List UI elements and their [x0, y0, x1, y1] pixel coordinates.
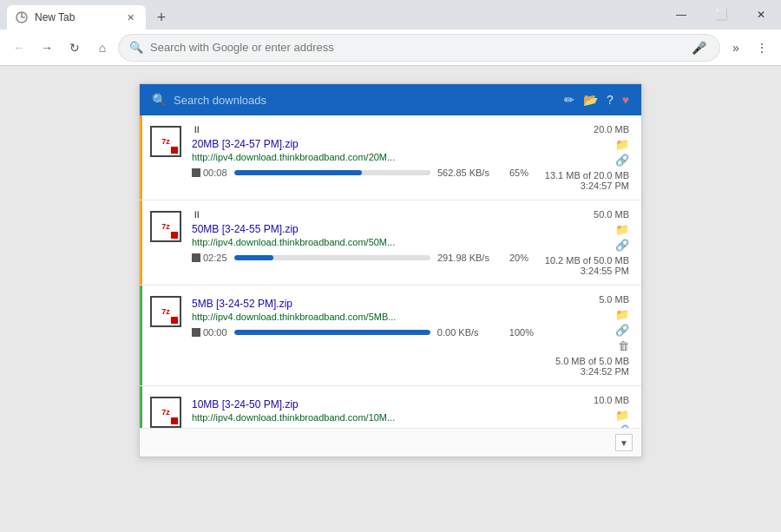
download-item: 7z 10MB [3-24-50 PM].zip http://ipv4.dow…: [140, 386, 641, 428]
progress-bar-fill: [234, 170, 362, 175]
content-area: 🔍 ✏ 📂 ? ♥ 7z ⏸: [0, 66, 781, 532]
download-filesize: 10.0 MB: [594, 395, 629, 405]
tab-area: New Tab ✕ +: [0, 0, 174, 30]
address-bar[interactable]: 🔍 🎤: [118, 34, 720, 62]
download-status-accent: [140, 386, 142, 428]
open-folder-button[interactable]: 📁: [615, 308, 629, 321]
delete-button[interactable]: 🗑: [615, 339, 629, 352]
download-percent: 20%: [509, 253, 534, 263]
address-input[interactable]: [150, 41, 681, 54]
download-actions: 📁 🔗: [615, 138, 629, 167]
mic-button[interactable]: 🎤: [688, 37, 709, 58]
progress-bar-container: [234, 255, 430, 260]
pause-row: ⏸: [192, 209, 534, 220]
time-remaining: 02:25: [203, 253, 227, 263]
download-right: 20.0 MB 📁 🔗 13.1 MB of 20.0 MB3:24:57 PM: [542, 124, 629, 191]
folder-icon[interactable]: 📂: [583, 93, 598, 107]
reload-button[interactable]: ↻: [62, 36, 87, 60]
minimize-button[interactable]: —: [661, 0, 701, 30]
download-right: 50.0 MB 📁 🔗 10.2 MB of 50.0 MB3:24:55 PM: [542, 209, 629, 276]
download-status-accent: [140, 115, 142, 200]
open-folder-button[interactable]: 📁: [615, 223, 629, 236]
downloads-header: 🔍 ✏ 📂 ? ♥: [140, 84, 641, 115]
tab-label: New Tab: [35, 11, 116, 23]
home-button[interactable]: ⌂: [90, 36, 115, 60]
download-speed: 291.98 KB/s: [437, 253, 502, 263]
header-icons: ✏ 📂 ? ♥: [564, 93, 629, 107]
restore-button[interactable]: ⬜: [701, 0, 741, 30]
heart-icon[interactable]: ♥: [622, 93, 629, 107]
stop-button[interactable]: [192, 328, 200, 337]
download-filesize: 20.0 MB: [594, 124, 629, 135]
download-status-accent: [140, 200, 142, 285]
download-speed: 562.85 KB/s: [437, 167, 502, 178]
progress-bar-container: [234, 170, 430, 175]
back-button[interactable]: ←: [7, 36, 31, 60]
open-folder-button[interactable]: 📁: [615, 409, 629, 422]
title-bar: New Tab ✕ + — ⬜ ✕: [0, 0, 781, 30]
progress-bar-fill: [234, 330, 430, 335]
new-tab-button[interactable]: +: [149, 5, 174, 30]
download-time: 00:00: [192, 327, 227, 338]
download-url[interactable]: http://ipv4.download.thinkbroadband.com/…: [192, 152, 534, 162]
download-timestamp: 10.2 MB of 50.0 MB3:24:55 PM: [545, 255, 629, 276]
download-url[interactable]: http://ipv4.download.thinkbroadband.com/…: [192, 412, 534, 423]
copy-link-button[interactable]: 🔗: [615, 154, 629, 167]
progress-bar-fill: [234, 255, 273, 260]
download-status-accent: [140, 286, 142, 385]
progress-bar-container: [234, 330, 430, 335]
download-item: 7z ⏸ 50MB [3-24-55 PM].zip http://ipv4.d…: [140, 200, 641, 286]
download-url[interactable]: http://ipv4.download.thinkbroadband.com/…: [192, 312, 534, 322]
download-filename[interactable]: 50MB [3-24-55 PM].zip: [192, 223, 534, 235]
7zip-icon: 7z: [150, 211, 181, 242]
download-progress-row: 00:00 0.00 KB/s 100%: [192, 327, 534, 338]
download-right: 10.0 MB 📁 🔗 🗑 10.0 MB of 10.0 MB3:24:50 …: [542, 395, 629, 428]
download-file-icon: 7z: [148, 294, 183, 329]
download-time: 02:25: [192, 253, 227, 263]
download-progress-row: 02:25 291.98 KB/s 20%: [192, 253, 534, 263]
download-progress-row: 00:08 562.85 KB/s 65%: [192, 167, 534, 178]
7zip-icon: 7z: [150, 126, 181, 157]
search-downloads-input[interactable]: [174, 94, 557, 107]
download-info: ⏸ 20MB [3-24-57 PM].zip http://ipv4.down…: [192, 124, 534, 178]
forward-button[interactable]: →: [35, 36, 59, 60]
download-actions: 📁 🔗 🗑: [615, 308, 629, 352]
downloads-panel: 🔍 ✏ 📂 ? ♥ 7z ⏸: [139, 83, 642, 457]
tab-favicon: [16, 11, 28, 23]
search-icon: 🔍: [129, 41, 143, 54]
download-percent: 100%: [509, 327, 534, 338]
download-item: 7z ⏸ 20MB [3-24-57 PM].zip http://ipv4.d…: [140, 115, 641, 200]
copy-link-button[interactable]: 🔗: [615, 324, 629, 337]
copy-link-button[interactable]: 🔗: [615, 239, 629, 252]
download-url[interactable]: http://ipv4.download.thinkbroadband.com/…: [192, 237, 534, 247]
menu-button[interactable]: ⋮: [750, 36, 774, 60]
active-tab[interactable]: New Tab ✕: [7, 5, 146, 30]
downloads-list[interactable]: 7z ⏸ 20MB [3-24-57 PM].zip http://ipv4.d…: [140, 115, 641, 428]
stop-button[interactable]: [192, 253, 200, 262]
stop-button[interactable]: [192, 168, 200, 177]
pause-row: ⏸: [192, 124, 534, 135]
time-remaining: 00:00: [203, 327, 227, 338]
downloads-body: 7z ⏸ 20MB [3-24-57 PM].zip http://ipv4.d…: [140, 115, 641, 428]
extensions-button[interactable]: »: [724, 36, 748, 60]
copy-link-button[interactable]: 🔗: [615, 424, 629, 428]
download-file-icon: 7z: [148, 209, 183, 244]
download-actions: 📁 🔗: [615, 223, 629, 252]
tab-close-button[interactable]: ✕: [123, 10, 137, 24]
download-info: ⏸ 50MB [3-24-55 PM].zip http://ipv4.down…: [192, 209, 534, 263]
download-filename[interactable]: 5MB [3-24-52 PM].zip: [192, 298, 534, 310]
download-filename[interactable]: 10MB [3-24-50 PM].zip: [192, 398, 534, 410]
download-filesize: 5.0 MB: [599, 294, 629, 305]
download-filename[interactable]: 20MB [3-24-57 PM].zip: [192, 138, 534, 150]
download-filesize: 50.0 MB: [594, 209, 629, 220]
pause-icon[interactable]: ⏸: [192, 209, 201, 220]
download-item: 7z 5MB [3-24-52 PM].zip http://ipv4.down…: [140, 286, 641, 386]
pause-icon[interactable]: ⏸: [192, 124, 201, 135]
help-icon[interactable]: ?: [607, 93, 614, 107]
page-down-button[interactable]: ▼: [615, 434, 633, 451]
pen-icon[interactable]: ✏: [564, 93, 574, 107]
close-button[interactable]: ✕: [741, 0, 781, 30]
downloads-footer: ▼: [140, 428, 641, 456]
download-info: 5MB [3-24-52 PM].zip http://ipv4.downloa…: [192, 294, 534, 338]
open-folder-button[interactable]: 📁: [615, 138, 629, 151]
